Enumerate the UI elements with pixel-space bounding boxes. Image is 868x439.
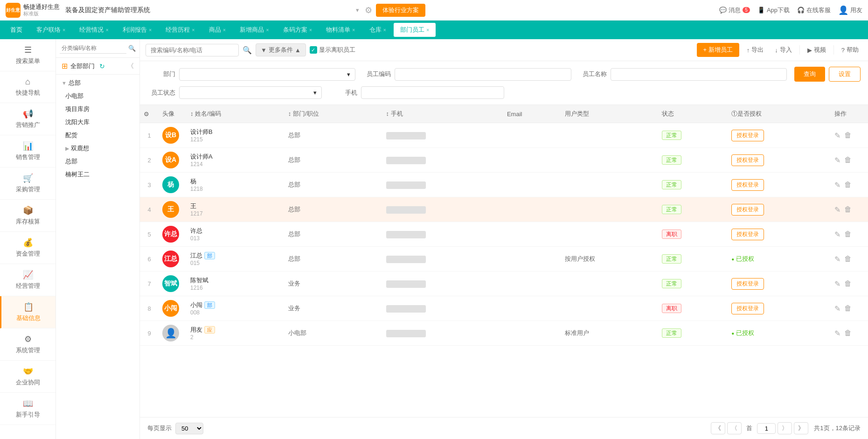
tree-node-shenyang[interactable]: 沈阳大库 (56, 116, 139, 129)
tree-node-hq[interactable]: 总部 (56, 155, 139, 168)
edit-icon[interactable]: ✎ (834, 181, 840, 189)
close-icon[interactable]: × (383, 27, 386, 33)
row-auth[interactable]: 授权登录 (728, 197, 831, 222)
tree-search-icon[interactable]: 🔍 (128, 45, 136, 52)
nav-tab-home[interactable]: 首页 (4, 23, 29, 37)
query-btn[interactable]: 查询 (794, 67, 825, 82)
auth-login-btn[interactable]: 授权登录 (731, 229, 764, 240)
tree-node-project-room[interactable]: 项目库房 (56, 103, 139, 116)
close-icon[interactable]: × (149, 27, 152, 33)
edit-icon[interactable]: ✎ (834, 131, 840, 140)
auth-login-btn[interactable]: 授权登录 (731, 130, 764, 141)
tree-node-nanshuwang[interactable]: 楠树王二 (56, 168, 139, 181)
sidebar-item-collab[interactable]: 🤝 企业协同 (0, 361, 56, 393)
sidebar-item-search[interactable]: ☰ 搜索菜单 (0, 39, 56, 71)
refresh-icon[interactable]: ↻ (99, 63, 105, 70)
tree-node-electronics[interactable]: 小电部 (56, 90, 139, 103)
tree-node-general[interactable]: ▼ 总部 (56, 77, 139, 90)
nav-tab-bom[interactable]: 物料清单 × (319, 23, 361, 37)
delete-icon[interactable]: 🗑 (844, 156, 852, 164)
sidebar-item-shortcuts[interactable]: ⌂ 快捷导航 (0, 71, 56, 103)
delete-icon[interactable]: 🗑 (844, 329, 852, 337)
row-auth[interactable]: 授权登录 (728, 173, 831, 197)
col-name-code[interactable]: ↕ 姓名/编码 (187, 105, 285, 123)
auth-login-btn[interactable]: 授权登录 (731, 154, 764, 166)
edit-icon[interactable]: ✎ (834, 279, 840, 288)
tree-node-distribution[interactable]: 配货 (56, 129, 139, 142)
setup-btn[interactable]: 设置 (829, 67, 861, 82)
tree-collapse-icon[interactable]: 《 (127, 62, 134, 70)
row-auth[interactable]: 授权登录 (728, 123, 831, 148)
row-auth[interactable]: 授权登录 (728, 148, 831, 173)
edit-icon[interactable]: ✎ (834, 230, 840, 239)
help-btn[interactable]: ? 帮助 (838, 43, 862, 56)
nav-tab-business[interactable]: 经营情况 × (73, 23, 115, 37)
auth-login-btn[interactable]: 授权登录 (731, 204, 764, 216)
nav-tab-warehouse[interactable]: 仓库 × (363, 23, 393, 37)
search-input[interactable] (146, 44, 239, 56)
export-btn[interactable]: ↑ 导出 (743, 43, 768, 56)
nav-tab-goods[interactable]: 商品 × (202, 23, 232, 37)
sidebar-item-finance[interactable]: 💰 资金管理 (0, 232, 56, 264)
page-size-select[interactable]: 50 20 100 (175, 423, 203, 434)
sidebar-item-ops[interactable]: 📈 经营管理 (0, 264, 56, 296)
user-action[interactable]: 👤 用友 (838, 5, 862, 15)
auth-login-btn[interactable]: 授权登录 (731, 179, 764, 191)
search-button[interactable]: 🔍 (243, 46, 252, 55)
app-download-action[interactable]: 📱 App下载 (757, 6, 790, 14)
delete-icon[interactable]: 🗑 (844, 304, 852, 313)
tree-search-input[interactable] (60, 43, 126, 54)
delete-icon[interactable]: 🗑 (844, 205, 852, 214)
delete-icon[interactable]: 🗑 (844, 131, 852, 139)
emp-name-input[interactable] (611, 68, 787, 81)
close-icon[interactable]: × (223, 27, 226, 33)
sidebar-item-system[interactable]: ⚙ 系统管理 (0, 328, 56, 361)
nav-tab-customer[interactable]: 客户联络 × (30, 23, 72, 37)
first-page-btn[interactable]: 《 (711, 422, 725, 434)
edit-icon[interactable]: ✎ (834, 304, 840, 313)
nav-tab-new-goods[interactable]: 新增商品 × (233, 23, 275, 37)
prev-page-btn[interactable]: 〈 (727, 422, 742, 434)
view-btn[interactable]: ▶ 视频 (804, 43, 830, 56)
phone-input[interactable] (361, 86, 504, 99)
row-auth[interactable]: 授权登录 (728, 222, 831, 247)
delete-icon[interactable]: 🗑 (844, 255, 852, 263)
edit-icon[interactable]: ✎ (834, 156, 840, 165)
delete-icon[interactable]: 🗑 (844, 181, 852, 189)
sidebar-item-sales[interactable]: 📊 销售管理 (0, 135, 56, 167)
close-icon[interactable]: × (105, 27, 108, 33)
settings-icon[interactable]: ⚙ (365, 5, 372, 15)
col-phone[interactable]: ↕ 手机 (382, 105, 503, 123)
auth-login-btn[interactable]: 授权登录 (731, 278, 764, 290)
more-filter-btn[interactable]: ▼ 更多条件 ▲ (256, 43, 306, 56)
row-auth[interactable]: 授权登录 (728, 296, 831, 321)
emp-status-select[interactable]: ▾ (179, 86, 322, 99)
online-service-action[interactable]: 🎧 在线客服 (797, 6, 831, 14)
nav-tab-history[interactable]: 经营历程 × (159, 23, 201, 37)
message-action[interactable]: 💬 消息 5 (719, 6, 750, 14)
nav-tab-barcode[interactable]: 条码方案 × (277, 23, 319, 37)
edit-icon[interactable]: ✎ (834, 255, 840, 264)
import-btn[interactable]: ↓ 导入 (771, 43, 796, 56)
close-icon[interactable]: × (266, 27, 269, 33)
show-resigned-checkbox[interactable]: ✓ 显示离职员工 (310, 46, 355, 54)
delete-icon[interactable]: 🗑 (844, 230, 852, 238)
sidebar-item-guide[interactable]: 📖 新手引导 (0, 393, 56, 425)
close-icon[interactable]: × (309, 27, 312, 33)
col-dept-position[interactable]: ↕ 部门/职位 (285, 105, 382, 123)
experience-btn[interactable]: 体验行业方案 (376, 4, 425, 17)
add-employee-btn[interactable]: + 新增员工 (697, 43, 739, 57)
nav-tab-profit[interactable]: 利润报告 × (116, 23, 158, 37)
sidebar-item-inventory[interactable]: 📦 库存核算 (0, 200, 56, 232)
nav-tab-dept-staff[interactable]: 部门员工 × (394, 23, 436, 37)
row-auth[interactable]: 授权登录 (728, 272, 831, 296)
auth-login-btn[interactable]: 授权登录 (731, 303, 764, 314)
system-dropdown-arrow[interactable]: ▾ (356, 7, 359, 14)
page-input[interactable] (757, 423, 776, 434)
next-page-btn[interactable]: 〉 (778, 422, 792, 434)
emp-code-input[interactable] (395, 68, 571, 81)
tree-node-shuanglu[interactable]: ▶ 双鹿想 (56, 142, 139, 155)
delete-icon[interactable]: 🗑 (844, 279, 852, 288)
close-icon[interactable]: × (352, 27, 355, 33)
dept-select[interactable]: ▾ (179, 68, 355, 81)
